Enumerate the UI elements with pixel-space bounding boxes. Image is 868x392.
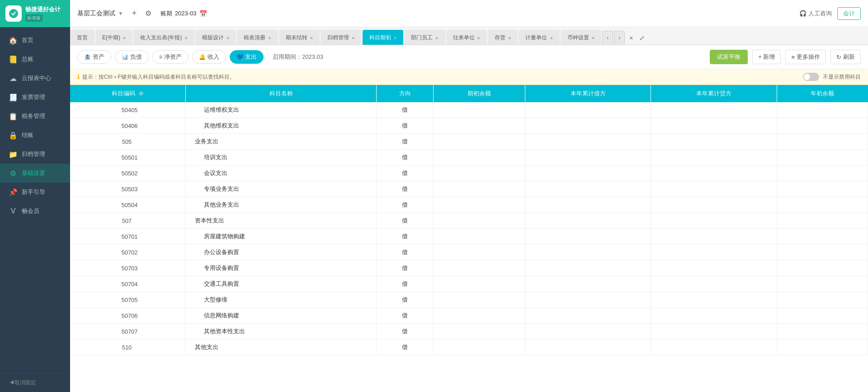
tab-close-contacts[interactable]: × <box>477 35 480 41</box>
table-row[interactable]: 50707 其他资本性支出 借 <box>70 324 868 340</box>
tab-currency[interactable]: 币种设置× <box>561 30 601 45</box>
cell-name-4: 会议支出 <box>186 165 377 181</box>
filter-tab-net-assets[interactable]: ≡净资产 <box>152 50 189 64</box>
tab-interim[interactable]: Ε(中期)× <box>95 30 132 45</box>
add-tab-btn[interactable]: + <box>129 8 140 19</box>
sidebar-item-invoice[interactable]: 🧾 发票管理 <box>0 88 70 107</box>
more-icon: ≡ <box>791 54 795 61</box>
tab-close-period-end[interactable]: × <box>310 35 313 41</box>
table-row[interactable]: 50406 其他维权支出 借 <box>70 118 868 134</box>
cell-direction-6: 借 <box>377 197 434 213</box>
cell-opening-10 <box>434 260 525 276</box>
toggle-disabled-subjects[interactable] <box>803 73 819 81</box>
tab-home[interactable]: 首页 <box>70 30 94 45</box>
table-row[interactable]: 50704 交通工具购置 借 <box>70 276 868 292</box>
tab-close-subject-init[interactable]: × <box>394 35 396 41</box>
close-all-tabs-btn[interactable]: × <box>626 31 637 45</box>
sidebar-item-guide[interactable]: 📌 新手引导 <box>0 183 70 202</box>
add-record-btn[interactable]: + 新增 <box>752 50 781 64</box>
sidebar-collapse-btn[interactable]: ◀取消固定 <box>0 373 70 392</box>
table-row[interactable]: 50405 运维维权支出 借 <box>70 102 868 118</box>
filter-tab-income-tab[interactable]: 🔔收入 <box>192 50 226 64</box>
tab-tax[interactable]: 税表清册× <box>237 30 278 45</box>
cell-ytd-credit-4 <box>651 165 777 181</box>
sidebar-item-settings[interactable]: ⚙ 基础设置 <box>0 164 70 183</box>
table-row[interactable]: 50703 专用设备购置 借 <box>70 260 868 276</box>
table-row[interactable]: 507 资本性支出 借 <box>70 213 868 229</box>
tab-subject-init[interactable]: 科目期初× <box>363 30 403 45</box>
cell-ytd-credit-1 <box>651 118 777 134</box>
notice-text: 提示：按Ctrl＋F键并输入科目编码或者科目名称可以查找科目。 <box>82 73 235 81</box>
user-role-btn[interactable]: 会计 <box>837 7 861 20</box>
tab-archive[interactable]: 归档管理× <box>321 30 361 45</box>
topbar-right: 🎧 人工咨询 会计 <box>799 7 861 20</box>
tab-close-unit[interactable]: × <box>550 35 552 41</box>
tab-period-end[interactable]: 期末结转× <box>279 30 320 45</box>
calculate-btn[interactable]: 试算平衡 <box>710 50 748 64</box>
sidebar-item-ledger[interactable]: 📒 总账 <box>0 50 70 69</box>
tab-inventory[interactable]: 存货× <box>488 30 518 45</box>
tab-income[interactable]: 收入支出表(年报)× <box>133 30 194 45</box>
filter-tab-asset[interactable]: 🏦资产 <box>77 50 111 64</box>
help-btn[interactable]: 🎧 人工咨询 <box>799 9 832 18</box>
table-row[interactable]: 50501 培训支出 借 <box>70 150 868 165</box>
tab-close-tax[interactable]: × <box>268 35 271 41</box>
expand-tabs-btn[interactable]: ⤢ <box>637 31 647 45</box>
tab-close-interim[interactable]: × <box>123 35 126 41</box>
table-row[interactable]: 50705 大型修缮 借 <box>70 292 868 308</box>
filter-tab-expense[interactable]: 💙支出 <box>230 50 264 64</box>
refresh-btn[interactable]: ↻ 刷新 <box>830 50 861 64</box>
cell-year-opening-8 <box>777 229 868 245</box>
tab-label-department: 部门员工 <box>411 34 433 42</box>
more-actions-btn[interactable]: ≡ 更多操作 <box>785 50 826 64</box>
filter-tab-liability[interactable]: 📊负债 <box>115 50 149 64</box>
sidebar-item-archive[interactable]: 📁 归档管理 <box>0 145 70 164</box>
tab-contacts[interactable]: 往来单位× <box>446 30 487 45</box>
tab-next-btn[interactable]: › <box>614 31 625 45</box>
cell-direction-10: 借 <box>377 260 434 276</box>
sidebar-item-home[interactable]: 🏠 首页 <box>0 31 70 50</box>
table-row[interactable]: 510 其他支出 借 <box>70 340 868 355</box>
tab-close-department[interactable]: × <box>435 35 438 41</box>
tab-template[interactable]: 模版设计× <box>195 30 236 45</box>
cell-opening-4 <box>434 165 525 181</box>
project-selector[interactable]: 基层工会测试 ▼ <box>77 9 123 18</box>
sidebar-item-tax[interactable]: 📋 税务管理 <box>0 107 70 126</box>
tab-close-archive[interactable]: × <box>352 35 354 41</box>
sidebar-label-settings: 基础设置 <box>22 169 45 177</box>
sidebar-label-close: 结账 <box>22 131 33 139</box>
subjects-table: 科目编码 ⚙科目名称方向期初余额本年累计借方本年累计贷方年初余额 50405 运… <box>70 85 868 355</box>
sidebar-item-reports[interactable]: ☁ 云报表中心 <box>0 69 70 88</box>
tab-unit[interactable]: 计量单位× <box>519 30 559 45</box>
cell-opening-9 <box>434 245 525 260</box>
tab-prev-btn[interactable]: ‹ <box>602 31 613 45</box>
table-row[interactable]: 50503 专项业务支出 借 <box>70 181 868 197</box>
settings-btn[interactable]: ⚙ <box>145 9 151 18</box>
calendar-icon[interactable]: 📅 <box>199 10 207 17</box>
cell-code-5: 50503 <box>70 181 186 197</box>
col-settings-icon[interactable]: ⚙ <box>139 90 144 97</box>
table-row[interactable]: 505 业务支出 借 <box>70 134 868 150</box>
col-header-2: 方向 <box>377 85 434 102</box>
cell-direction-14: 借 <box>377 324 434 340</box>
tab-department[interactable]: 部门员工× <box>404 30 445 45</box>
period-display: 账期 2023-03 📅 <box>160 9 207 18</box>
net-assets-filter-icon: ≡ <box>159 54 162 60</box>
table-row[interactable]: 50504 其他业务支出 借 <box>70 197 868 213</box>
cell-year-opening-2 <box>777 134 868 150</box>
tab-close-template[interactable]: × <box>226 35 229 41</box>
table-row[interactable]: 50701 房屋建筑物购建 借 <box>70 229 868 245</box>
sidebar-item-close[interactable]: 🔒 结账 <box>0 126 70 145</box>
table-row[interactable]: 50702 办公设备购置 借 <box>70 245 868 260</box>
cell-ytd-debit-0 <box>525 102 651 118</box>
tab-close-income[interactable]: × <box>184 35 187 41</box>
sidebar-item-vip[interactable]: V 畅会员 <box>0 202 70 221</box>
tab-close-inventory[interactable]: × <box>508 35 511 41</box>
cell-ytd-credit-3 <box>651 150 777 165</box>
project-dropdown-icon[interactable]: ▼ <box>118 10 123 17</box>
table-row[interactable]: 50502 会议支出 借 <box>70 165 868 181</box>
tab-close-currency[interactable]: × <box>592 35 594 41</box>
table-row[interactable]: 50706 信息网络购建 借 <box>70 308 868 324</box>
tax-icon: 📋 <box>9 112 17 120</box>
main-area: 基层工会测试 ▼ + ⚙ 账期 2023-03 📅 🎧 人工咨询 会计 首页Ε(… <box>70 0 868 392</box>
